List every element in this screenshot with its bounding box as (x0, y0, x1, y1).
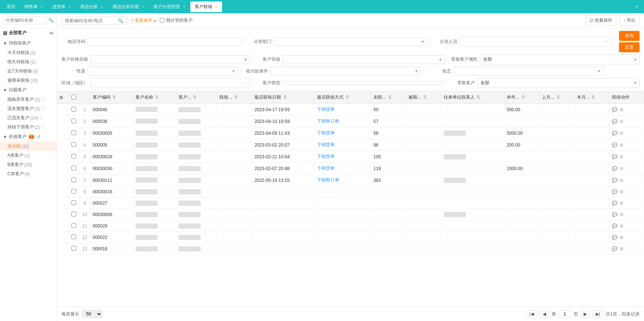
chat-icon[interactable]: 💬 (612, 212, 617, 217)
sidebar-item-today[interactable]: 今天待联络 (0) (0, 48, 57, 57)
chat-icon[interactable]: 💬 (612, 189, 617, 194)
search-icon[interactable]: 🔍 (118, 18, 123, 23)
chat-icon[interactable]: 💬 (612, 246, 617, 251)
sidebar-search-icon[interactable]: 🔍 (48, 18, 54, 23)
code-column-header[interactable]: 客户编码 ⇅ (90, 91, 133, 104)
window-close-button[interactable]: × (633, 3, 641, 11)
contact-method-link[interactable]: 下销货单 (317, 142, 335, 147)
row-checkbox[interactable] (71, 223, 76, 228)
chat-icon[interactable]: 💬 (612, 107, 617, 112)
sidebar-item-abnormal[interactable]: 囤购异常客户 (2) ⓘ (0, 95, 57, 104)
close-sales-tab-icon[interactable]: × (41, 5, 43, 9)
contact-method-link[interactable]: 下销货单 (317, 130, 335, 135)
query-button[interactable]: 查询 (619, 31, 640, 41)
grid-action-icon[interactable]: ⊞ (620, 131, 623, 136)
row-checkbox-cell[interactable] (68, 198, 79, 209)
first-page-button[interactable]: |◀ (526, 310, 537, 318)
settings-column-header[interactable]: ⚙ (57, 91, 68, 104)
refresh-icon[interactable]: ↺ (37, 134, 41, 140)
chat-icon[interactable]: 💬 (612, 223, 617, 229)
row-checkbox[interactable] (71, 177, 76, 182)
row-checkbox[interactable] (71, 234, 76, 239)
customer-level-select[interactable]: ▾ (282, 55, 445, 64)
search-input[interactable] (65, 18, 116, 23)
batch-op-button[interactable]: ☑ 批量操作 (585, 15, 616, 25)
grid-action-icon[interactable]: ⊞ (620, 212, 623, 217)
grid-action-icon[interactable]: ⊞ (620, 178, 623, 183)
per-page-select[interactable]: 50 100 (82, 310, 102, 318)
page-number-input[interactable] (558, 310, 571, 318)
sidebar-search-input[interactable] (3, 16, 47, 24)
last-page-button[interactable]: ▶| (592, 310, 603, 318)
close-purchase-tab-icon[interactable]: × (68, 5, 71, 9)
chat-icon[interactable]: 💬 (612, 131, 617, 136)
export-button[interactable]: ↑ 导出 (619, 15, 640, 25)
close-customer-contact-tab-icon[interactable]: × (215, 5, 218, 9)
sidebar-group-pending[interactable]: ▼ 待联络客户 (0, 38, 57, 48)
price-level-select[interactable]: ▾ (90, 55, 250, 64)
select-all-checkbox[interactable] (71, 95, 76, 99)
tab-product-analysis[interactable]: 商品分析 × (76, 1, 108, 12)
last-month-column-header[interactable]: 上月... ⇅ (539, 91, 574, 104)
grid-action-icon[interactable]: ⊞ (620, 189, 623, 194)
row-checkbox-cell[interactable] (68, 186, 79, 198)
next-page-button[interactable]: ▶ (580, 310, 590, 318)
contact-method-link[interactable]: 下销货单 (317, 154, 335, 159)
row-checkbox-cell[interactable] (68, 116, 79, 127)
my-customers-check[interactable] (160, 18, 165, 23)
contact-column-header[interactable]: 联络... ⇅ (217, 91, 252, 104)
contact-method-link[interactable]: 下销售订单 (317, 177, 339, 183)
row-checkbox-cell[interactable] (68, 232, 79, 243)
row-checkbox-cell[interactable] (68, 151, 79, 163)
phone-input[interactable] (88, 37, 241, 46)
ellipsis-icon-2[interactable]: ··· (239, 80, 247, 86)
row-checkbox-cell[interactable] (68, 139, 79, 151)
home-tab[interactable]: 首页 (3, 1, 19, 12)
scatter-select[interactable]: 全部 ▾ (477, 78, 640, 88)
name-column-header[interactable]: 客户名称 ⇅ (133, 91, 176, 104)
row-checkbox-cell[interactable] (68, 163, 79, 174)
grid-action-icon[interactable]: ⊞ (620, 119, 623, 124)
sidebar-item-lost[interactable]: 已流失客户 (24) ⓘ (0, 113, 57, 123)
row-checkbox-cell[interactable] (68, 243, 79, 255)
tab-purchase[interactable]: 进货单 × (48, 1, 75, 12)
sidebar-item-class-b[interactable]: B类客户 (33) (0, 160, 57, 169)
tab-customer-segment[interactable]: 客户分层经营 × (149, 1, 190, 12)
checkbox-column-header[interactable] (68, 91, 79, 104)
row-checkbox-cell[interactable] (68, 127, 79, 139)
this-year-column-header[interactable]: 本年... ⇅ (504, 91, 539, 104)
sidebar-group-value[interactable]: ▼ 价值客户 7 ↺ (0, 132, 57, 142)
sidebar-item-tomorrow[interactable]: 明天待联络 (1) (0, 57, 57, 67)
grid-action-icon[interactable]: ⊞ (620, 223, 623, 229)
row-checkbox[interactable] (71, 142, 76, 147)
chat-icon[interactable]: 💬 (612, 178, 617, 183)
chat-icon[interactable]: 💬 (612, 235, 617, 240)
chat-icon[interactable]: 💬 (612, 119, 617, 124)
sidebar-item-ungroup[interactable]: 未分组 (32) (0, 142, 57, 151)
contact-method-link[interactable]: 下销货单 (317, 166, 335, 171)
region-select[interactable]: ··· (90, 78, 250, 88)
status-select[interactable]: ▾ (453, 67, 603, 75)
contact-method-link[interactable]: 下销售订单 (317, 119, 339, 124)
this-month-column-header[interactable]: 本月... ⇅ (574, 91, 609, 104)
sidebar-item-7days[interactable]: 近7天待联络 (0) (0, 67, 57, 76)
chat-icon[interactable]: 💬 (612, 166, 617, 171)
contact-person-column-header[interactable]: 往来单位联系人 ⇅ (441, 91, 504, 104)
row-checkbox[interactable] (71, 107, 76, 112)
row-checkbox[interactable] (71, 246, 76, 251)
contact-method-link[interactable]: 下销货单 (317, 107, 335, 112)
customer-type-select[interactable] (282, 81, 445, 85)
sidebar-item-overdue[interactable]: 逾期未联络 (30) (0, 76, 57, 85)
type-column-header[interactable]: 客户... ⇅ (176, 91, 217, 104)
sidebar-item-warning[interactable]: 流失预警客户 (3) ⓘ (0, 104, 57, 113)
nature-select[interactable]: ▾ (88, 67, 238, 75)
tab-product-analysis-list[interactable]: 商品分析列表 × (108, 1, 149, 12)
chat-icon[interactable]: 💬 (612, 201, 617, 206)
sidebar-all-customers[interactable]: ⊞ 全部客户 ≪ (0, 28, 57, 38)
reset-button[interactable]: 设置 (619, 42, 640, 52)
grid-action-icon[interactable]: ⊞ (620, 154, 623, 159)
close-product-analysis-list-tab-icon[interactable]: × (142, 5, 144, 9)
sidebar-item-class-a[interactable]: A类客户 (1) (0, 151, 57, 160)
chat-icon[interactable]: 💬 (612, 142, 617, 148)
row-checkbox[interactable] (71, 119, 76, 123)
